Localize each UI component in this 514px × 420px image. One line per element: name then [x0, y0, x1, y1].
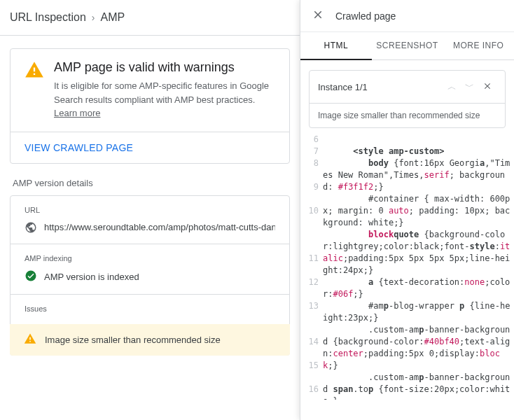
tab-more-info[interactable]: MORE INFO — [443, 32, 514, 59]
tabs: HTML SCREENSHOT MORE INFO — [300, 32, 514, 60]
amp-indexing-value: AMP version is indexed — [44, 272, 139, 282]
globe-icon — [25, 221, 37, 234]
svg-point-0 — [26, 270, 36, 281]
section-label: AMP version details — [10, 174, 290, 195]
close-icon[interactable] — [478, 78, 496, 96]
warning-icon — [25, 60, 44, 120]
close-icon[interactable] — [312, 8, 324, 23]
instance-label: Instance 1/1 — [318, 82, 443, 92]
breadcrumb-url-inspection[interactable]: URL Inspection — [10, 11, 86, 24]
breadcrumb-amp[interactable]: AMP — [100, 11, 125, 24]
url-label: URL — [25, 206, 275, 214]
status-title: AMP page is valid with warnings — [54, 60, 275, 75]
panel-title: Crawled page — [335, 10, 396, 22]
details-card: URL https://www.seroundtable.com/amp/pho… — [10, 195, 290, 356]
breadcrumb: URL Inspection › AMP — [0, 0, 300, 36]
tab-screenshot[interactable]: SCREENSHOT — [372, 32, 443, 59]
chevron-up-icon[interactable]: ︿ — [443, 78, 461, 96]
chevron-right-icon: › — [92, 12, 95, 23]
amp-indexing-label: AMP indexing — [25, 254, 275, 262]
check-circle-icon — [25, 270, 37, 284]
learn-more-link[interactable]: Learn more — [54, 108, 100, 118]
status-description: It is eligible for some AMP-specific fea… — [54, 79, 275, 120]
instance-box: Instance 1/1 ︿ ﹀ Image size smaller than… — [309, 70, 506, 128]
chevron-down-icon[interactable]: ﹀ — [461, 78, 478, 96]
issue-text: Image size smaller than recommended size — [45, 335, 221, 345]
issue-row[interactable]: Image size smaller than recommended size — [10, 324, 290, 356]
status-card: AMP page is valid with warnings It is el… — [10, 48, 290, 164]
tab-html[interactable]: HTML — [300, 32, 372, 60]
crawled-page-panel: Crawled page HTML SCREENSHOT MORE INFO I… — [300, 0, 514, 420]
instance-description: Image size smaller than recommended size — [310, 104, 505, 127]
view-crawled-page-button[interactable]: VIEW CRAWLED PAGE — [11, 132, 289, 163]
warning-icon — [24, 332, 36, 347]
code-view[interactable]: 678910111213141516171819 <style amp-cust… — [303, 134, 511, 400]
url-value: https://www.seroundtable.com/amp/photos/… — [44, 222, 275, 232]
issues-label: Issues — [25, 304, 275, 313]
